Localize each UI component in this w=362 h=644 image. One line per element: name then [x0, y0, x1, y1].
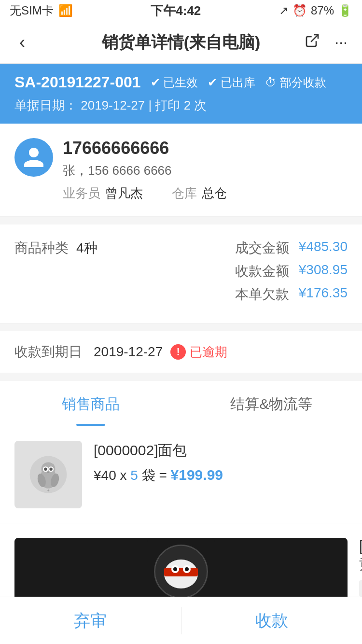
customer-info: 17666666666 张，156 6666 6666 业务员 曾凡杰 仓库 总… [63, 138, 348, 202]
back-button[interactable]: ‹ [14, 28, 30, 57]
sales-value: 曾凡杰 [105, 185, 143, 202]
svg-point-9 [49, 468, 52, 471]
received-label: 收款金额 [235, 262, 289, 280]
wifi-icon: 📶 [58, 4, 73, 17]
status-left: 无SIM卡 📶 [10, 3, 73, 18]
product-tag-2: 534532 [359, 580, 362, 597]
product-total-1: ¥199.99 [171, 467, 223, 483]
order-print-unit: 次 [194, 98, 207, 112]
product-info-1: [0000002]面包 ¥40 x 5 袋 = ¥199.99 [94, 441, 348, 485]
badge-outbound: ✔ 已出库 [208, 75, 255, 90]
overdue-badge: ! 已逾期 [170, 344, 227, 361]
svg-point-20 [173, 567, 177, 571]
page-title: 销货单详情(来自电脑) [102, 31, 261, 54]
product-type-item: 商品种类 4种 [14, 239, 97, 257]
sales-meta: 业务员 曾凡杰 [63, 185, 143, 202]
owed-amount-value: ¥176.35 [299, 285, 348, 304]
svg-point-8 [44, 468, 47, 471]
order-date-value: 2019-12-27 [81, 98, 145, 112]
summary-left: 商品种类 4种 [14, 239, 97, 261]
list-item: + [0000002]面包 ¥40 x 5 袋 = ¥199.99 [0, 426, 362, 523]
status-bar: 无SIM卡 📶 下午4:42 ↗ ⏰ 87% 🔋 [0, 0, 362, 21]
order-header: SA-20191227-001 ✔ 已生效 ✔ 已出库 ⏱ 部分收款 单据日期：… [0, 64, 362, 124]
payment-button[interactable]: 收款 [181, 597, 362, 644]
received-amount-value: ¥308.95 [299, 262, 348, 280]
product-name-1: [0000002]面包 [94, 441, 348, 461]
battery-text: 87% [311, 4, 334, 17]
product-price-1: ¥40 x 5 袋 = ¥199.99 [94, 466, 348, 485]
deal-amount-row: 成交金额 ¥485.30 [235, 239, 348, 257]
received-amount-row: 收款金额 ¥308.95 [235, 262, 348, 280]
avatar [14, 138, 53, 177]
user-icon [22, 145, 46, 169]
carrier-text: 无SIM卡 [10, 3, 54, 18]
warehouse-label: 仓库 [172, 185, 197, 202]
nav-bar: ‹ 销货单详情(来自电脑) ··· [0, 21, 362, 64]
order-print-separator: | [148, 98, 155, 112]
order-id: SA-20191227-001 [14, 73, 141, 91]
owed-label: 本单欠款 [235, 285, 289, 304]
order-header-top: SA-20191227-001 ✔ 已生效 ✔ 已出库 ⏱ 部分收款 [14, 73, 348, 91]
status-time: 下午4:42 [151, 2, 201, 19]
warehouse-value: 总仓 [202, 185, 227, 202]
alarm-icon: ⏰ [292, 4, 307, 17]
sales-label: 业务员 [63, 185, 100, 202]
location-icon: ↗ [279, 4, 289, 17]
product-equals-1: = [159, 468, 170, 483]
svg-rect-17 [164, 568, 198, 576]
order-date-row: 单据日期： 2019-12-27 | 打印 2 次 [14, 97, 348, 114]
product-type-label: 商品种类 [14, 239, 69, 257]
svg-text:+: + [47, 488, 50, 493]
badge-effective: ✔ 已生效 [151, 75, 198, 90]
summary-section: 商品种类 4种 成交金额 ¥485.30 收款金额 ¥308.95 本单欠款 ¥… [0, 224, 362, 323]
deal-amount-label: 成交金额 [235, 239, 289, 257]
due-label: 收款到期日 [14, 343, 82, 361]
product-type-count: 4种 [76, 239, 97, 257]
badge-partial-payment: ⏱ 部分收款 [265, 75, 326, 90]
tabs-section: 销售商品 结算&物流等 [0, 381, 362, 426]
overdue-icon: ! [170, 344, 186, 360]
tab-products[interactable]: 销售商品 [0, 381, 181, 426]
due-section: 收款到期日 2019-12-27 ! 已逾期 [0, 331, 362, 373]
order-print-label: 打印 [155, 98, 180, 112]
nav-actions: ··· [305, 33, 348, 52]
warehouse-meta: 仓库 总仓 [172, 185, 227, 202]
order-date-label: 单据日期： [14, 98, 77, 112]
due-date-value: 2019-12-27 [94, 344, 163, 360]
customer-meta: 业务员 曾凡杰 仓库 总仓 [63, 185, 348, 202]
product-name-2: [000400001]黄油曲奇 [359, 538, 362, 574]
summary-row: 商品种类 4种 成交金额 ¥485.30 收款金额 ¥308.95 本单欠款 ¥… [14, 239, 348, 308]
battery-icon: 🔋 [338, 4, 352, 17]
customer-name-phone: 张，156 6666 6666 [63, 162, 348, 179]
owed-amount-row: 本单欠款 ¥176.35 [235, 285, 348, 304]
overdue-text: 已逾期 [190, 344, 227, 361]
more-icon[interactable]: ··· [334, 33, 348, 51]
status-right: ↗ ⏰ 87% 🔋 [279, 4, 352, 17]
product-quantity-1: 5 [130, 468, 138, 483]
product-thumbnail-2 [14, 538, 348, 605]
customer-section: 17666666666 张，156 6666 6666 业务员 曾凡杰 仓库 总… [0, 124, 362, 217]
product-multiply-1: x [120, 468, 131, 483]
svg-line-0 [311, 35, 319, 42]
cancel-button[interactable]: 弃审 [0, 597, 181, 644]
customer-id: 17666666666 [63, 138, 348, 158]
tabs: 销售商品 结算&物流等 [0, 381, 362, 426]
product-thumbnail-1: + [14, 441, 82, 508]
tab-settlement[interactable]: 结算&物流等 [181, 381, 362, 426]
product-unit-1: 袋 [142, 468, 155, 483]
svg-point-21 [185, 567, 189, 571]
summary-right: 成交金额 ¥485.30 收款金额 ¥308.95 本单欠款 ¥176.35 [235, 239, 348, 308]
deal-amount-value: ¥485.30 [299, 239, 348, 257]
owl-icon: + [14, 441, 82, 508]
share-icon[interactable] [305, 33, 320, 52]
order-print-count: 2 [184, 98, 191, 112]
bottom-bar: 弃审 收款 [0, 597, 362, 644]
product-base-price-1: ¥40 [94, 468, 116, 483]
